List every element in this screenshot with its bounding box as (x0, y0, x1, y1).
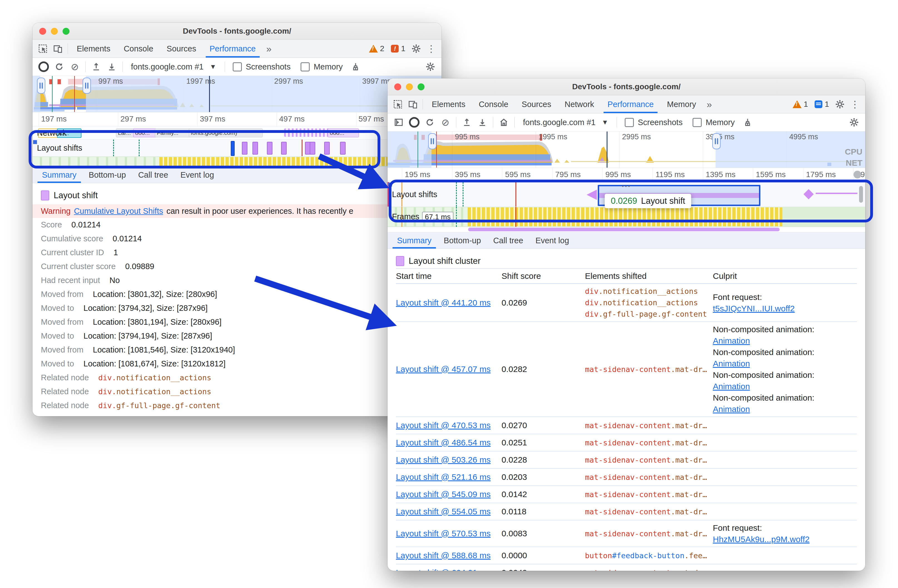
garbage-collect-icon[interactable] (348, 60, 363, 73)
shift-diamond-icon[interactable]: ◀ (587, 187, 597, 200)
timeline-overview[interactable]: 997 ms1997 ms2997 ms3997 ms4997 ms (32, 76, 441, 112)
network-request-block[interactable] (284, 128, 330, 137)
memory-checkbox[interactable]: Memory (296, 62, 347, 71)
inspect-element-icon[interactable] (35, 42, 50, 55)
capture-settings-gear-icon[interactable] (423, 60, 438, 73)
timeline-overview[interactable]: CPU NET 995 ms1995 ms2995 ms3995 ms4995 … (387, 131, 865, 168)
memory-checkbox[interactable]: Memory (688, 118, 739, 127)
reload-and-record-icon[interactable] (423, 115, 437, 129)
layout-shift-link[interactable]: Layout shift @ 441.20 ms (396, 298, 491, 307)
cls-doc-link[interactable]: Cumulative Layout Shifts (74, 206, 163, 216)
tab-call-tree[interactable]: Call tree (132, 167, 174, 183)
tab-sources[interactable]: Sources (160, 40, 203, 57)
tab-sources[interactable]: Sources (515, 95, 558, 113)
culprit-link[interactable]: Animation (713, 359, 750, 368)
titlebar[interactable]: DevTools - fonts.google.com/ (387, 79, 865, 95)
network-request-block[interactable]: ooo... (133, 128, 158, 137)
tab-network[interactable]: Network (558, 95, 601, 113)
screenshots-checkbox[interactable]: Screenshots (228, 62, 295, 71)
tab-console[interactable]: Console (472, 95, 515, 113)
profile-select[interactable]: fonts.google.com #1▼ (518, 118, 613, 127)
layout-shift-bar[interactable] (324, 142, 330, 155)
layout-shift-link[interactable]: Layout shift @ 545.09 ms (396, 489, 491, 499)
more-tabs-icon[interactable]: » (263, 40, 275, 57)
clear-icon[interactable]: ⊘ (438, 115, 453, 129)
culprit-link[interactable]: Animation (713, 336, 750, 345)
more-tabs-icon[interactable]: » (703, 95, 716, 113)
layout-shift-bar[interactable] (340, 142, 346, 155)
selected-layout-shift-bar[interactable] (231, 141, 235, 156)
layout-shift-link[interactable]: Layout shift @ 521.16 ms (396, 473, 491, 482)
tab-summary[interactable]: Summary (36, 167, 83, 183)
zoom-button[interactable] (418, 83, 424, 90)
tab-bottom-up[interactable]: Bottom-up (83, 167, 132, 183)
layout-shift-link[interactable]: Layout shift @ 470.53 ms (396, 421, 491, 430)
animation-bar[interactable] (468, 228, 780, 231)
garbage-collect-icon[interactable] (740, 115, 755, 129)
layout-shift-link[interactable]: Layout shift @ 554.05 ms (396, 507, 491, 516)
layout-shift-bar[interactable] (281, 142, 287, 155)
settings-gear-icon[interactable] (409, 42, 424, 55)
settings-gear-icon[interactable] (832, 98, 847, 111)
track-expander-icon[interactable] (388, 183, 392, 186)
clear-icon[interactable]: ⊘ (68, 60, 82, 73)
tab-elements[interactable]: Elements (425, 95, 472, 113)
layout-shift-bar[interactable] (267, 142, 272, 155)
frames-track[interactable] (32, 157, 441, 167)
load-profile-icon[interactable] (89, 60, 103, 73)
home-icon[interactable] (497, 115, 511, 129)
capture-settings-gear-icon[interactable] (847, 115, 861, 129)
device-toolbar-icon[interactable] (405, 98, 420, 111)
warnings-badge[interactable]: 2 (366, 44, 388, 53)
layout-shift-bar[interactable] (252, 142, 258, 155)
culprit-link[interactable]: t5sJIQcYNI...IUI.woff2 (713, 304, 795, 313)
profile-select[interactable]: fonts.google.com #1▼ (126, 62, 221, 71)
tab-performance[interactable]: Performance (601, 95, 660, 113)
tab-call-tree[interactable]: Call tree (487, 232, 529, 249)
layout-shift-bar[interactable] (242, 142, 248, 155)
culprit-link[interactable]: Animation (713, 405, 750, 414)
selection-handle-right[interactable] (712, 133, 721, 149)
tab-event-log[interactable]: Event log (174, 167, 220, 183)
record-icon[interactable] (407, 115, 421, 129)
screenshots-checkbox[interactable]: Screenshots (620, 118, 687, 127)
field-node-value[interactable]: div.notification__actions (98, 387, 211, 396)
tab-event-log[interactable]: Event log (529, 232, 575, 249)
layout-shift-link[interactable]: Layout shift @ 604.01 ms (396, 568, 491, 571)
record-icon[interactable] (37, 60, 51, 73)
tab-performance[interactable]: Performance (203, 40, 263, 57)
tab-memory[interactable]: Memory (660, 95, 703, 113)
tab-elements[interactable]: Elements (70, 40, 117, 57)
layout-shift-link[interactable]: Layout shift @ 588.68 ms (396, 551, 491, 560)
resize-handle-dots[interactable]: ⋯ (621, 182, 632, 192)
kebab-menu-icon[interactable]: ⋮ (847, 98, 863, 111)
network-request-block[interactable]: ooo... (328, 128, 359, 137)
network-request-block[interactable]: Family... (155, 128, 192, 137)
layout-shift-link[interactable]: Layout shift @ 486.54 ms (396, 438, 491, 447)
timeline-ruler[interactable]: 195 ms395 ms595 ms795 ms995 ms1195 ms139… (387, 168, 865, 182)
reload-and-record-icon[interactable] (52, 60, 66, 73)
tab-summary[interactable]: Summary (391, 232, 438, 249)
layout-shift-link[interactable]: Layout shift @ 503.26 ms (396, 455, 491, 464)
tab-bottom-up[interactable]: Bottom-up (438, 232, 487, 249)
zoom-button[interactable] (63, 28, 69, 35)
titlebar[interactable]: DevTools - fonts.google.com/ (32, 23, 441, 40)
inspect-element-icon[interactable] (391, 98, 405, 111)
scrollbar-dot[interactable] (853, 171, 861, 179)
culprit-link[interactable]: HhzMU5Ak9u...p9M.woff2 (713, 535, 810, 544)
minimize-button[interactable] (51, 28, 58, 35)
minimize-button[interactable] (406, 83, 413, 90)
selection-handle-right[interactable] (83, 78, 91, 94)
messages-badge[interactable]: 1 (811, 100, 832, 109)
layout-shifts-track[interactable]: Layout shifts (32, 140, 441, 157)
close-button[interactable] (394, 83, 401, 90)
track-expander-icon[interactable] (33, 140, 37, 144)
timeline-ruler[interactable]: 197 ms297 ms397 ms497 ms597 ms (32, 112, 441, 126)
save-profile-icon[interactable] (475, 115, 490, 129)
network-request-block[interactable]: fonts.google.com) (189, 128, 263, 137)
kebab-menu-icon[interactable]: ⋮ (424, 42, 439, 55)
issues-badge[interactable]: !1 (387, 44, 409, 53)
device-toolbar-icon[interactable] (50, 42, 65, 55)
network-track[interactable]: Network t5...Lar...ooo...Family...fonts.… (32, 126, 441, 140)
warnings-badge[interactable]: 1 (789, 100, 812, 109)
